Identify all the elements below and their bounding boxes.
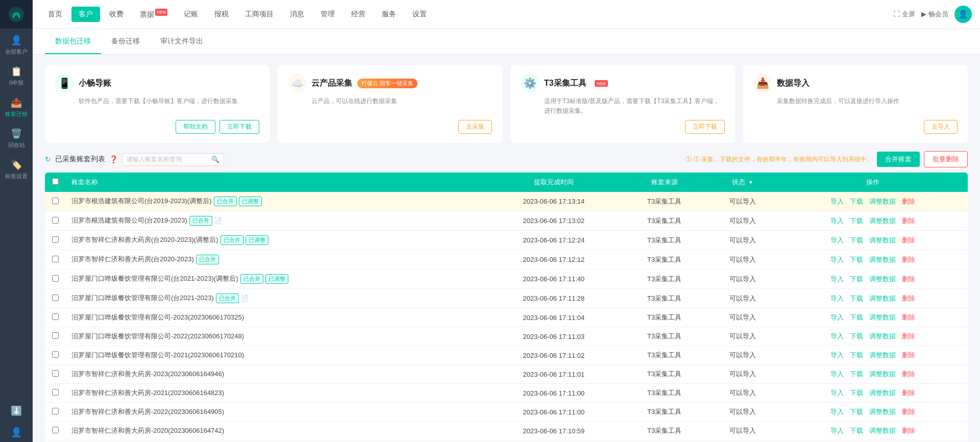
action-调整数据[interactable]: 调整数据 xyxy=(866,332,899,340)
action-下载[interactable]: 下载 xyxy=(847,332,866,340)
action-导入[interactable]: 导入 xyxy=(827,256,847,263)
action-下载[interactable]: 下载 xyxy=(847,236,866,244)
action-下载[interactable]: 下载 xyxy=(847,408,866,415)
action-删除[interactable]: 删除 xyxy=(899,198,918,205)
action-调整数据[interactable]: 调整数据 xyxy=(866,198,899,205)
action-删除[interactable]: 删除 xyxy=(899,389,918,397)
fullscreen-btn[interactable]: ⛶ 全屏 xyxy=(893,10,915,19)
row-checkbox[interactable] xyxy=(52,427,59,433)
filter-icon[interactable]: ▼ xyxy=(748,179,753,185)
download-now-btn[interactable]: 立即下载 xyxy=(219,120,259,134)
action-删除[interactable]: 删除 xyxy=(899,236,918,244)
sidebar-item-tag-settings[interactable]: 🏷️ 标签设置 xyxy=(0,153,33,184)
member-btn[interactable]: ▶ 畅会员 xyxy=(921,10,948,19)
nav-business[interactable]: 工商项目 xyxy=(238,7,281,22)
action-下载[interactable]: 下载 xyxy=(847,351,866,359)
batch-delete-btn[interactable]: 批量删除 xyxy=(924,151,968,167)
action-下载[interactable]: 下载 xyxy=(847,256,866,263)
action-导入[interactable]: 导入 xyxy=(827,427,847,434)
tab-data-migration[interactable]: 数据包迁移 xyxy=(45,29,101,54)
action-导入[interactable]: 导入 xyxy=(827,408,847,415)
action-调整数据[interactable]: 调整数据 xyxy=(866,408,899,415)
action-导入[interactable]: 导入 xyxy=(827,332,847,340)
action-调整数据[interactable]: 调整数据 xyxy=(866,217,899,225)
action-下载[interactable]: 下载 xyxy=(847,217,866,225)
search-input[interactable] xyxy=(127,156,208,163)
action-删除[interactable]: 删除 xyxy=(899,351,918,359)
action-删除[interactable]: 删除 xyxy=(899,370,918,378)
action-调整数据[interactable]: 调整数据 xyxy=(866,389,899,397)
action-下载[interactable]: 下载 xyxy=(847,427,866,434)
nav-invoices[interactable]: 票据new xyxy=(133,6,175,22)
sidebar-item-account-migration[interactable]: 📤 账套迁移 xyxy=(0,91,33,122)
nav-operations[interactable]: 经营 xyxy=(344,7,373,22)
sidebar-item-zero-report[interactable]: 📋 0申报 xyxy=(0,60,33,91)
sidebar-item-recycle[interactable]: 🗑️ 回收站 xyxy=(0,122,33,153)
select-all-checkbox[interactable] xyxy=(52,178,59,185)
action-下载[interactable]: 下载 xyxy=(847,389,866,397)
nav-management[interactable]: 管理 xyxy=(313,7,342,22)
action-删除[interactable]: 删除 xyxy=(899,332,918,340)
go-collect-btn[interactable]: 去采集 xyxy=(458,120,492,134)
nav-settings[interactable]: 设置 xyxy=(405,7,434,22)
row-checkbox[interactable] xyxy=(52,370,59,377)
action-导入[interactable]: 导入 xyxy=(827,198,847,205)
row-checkbox[interactable] xyxy=(52,236,59,243)
nav-fees[interactable]: 收费 xyxy=(102,7,131,22)
merge-btn[interactable]: 合并账套 xyxy=(877,152,920,167)
nav-home[interactable]: 首页 xyxy=(41,7,69,22)
action-调整数据[interactable]: 调整数据 xyxy=(866,370,899,378)
action-导入[interactable]: 导入 xyxy=(827,217,847,225)
action-下载[interactable]: 下载 xyxy=(847,370,866,378)
action-导入[interactable]: 导入 xyxy=(827,313,847,321)
sidebar-item-download[interactable]: ⬇️ xyxy=(11,399,22,421)
nav-services[interactable]: 服务 xyxy=(375,7,403,22)
tab-audit-export[interactable]: 审计文件导出 xyxy=(150,29,213,54)
sidebar-item-all-clients[interactable]: 👤 全部客户 xyxy=(0,29,33,60)
row-checkbox[interactable] xyxy=(52,351,59,358)
row-checkbox[interactable] xyxy=(52,313,59,320)
row-checkbox[interactable] xyxy=(52,408,59,414)
row-checkbox[interactable] xyxy=(52,198,59,204)
action-删除[interactable]: 删除 xyxy=(899,256,918,263)
action-删除[interactable]: 删除 xyxy=(899,275,918,283)
row-checkbox[interactable] xyxy=(52,275,59,282)
action-调整数据[interactable]: 调整数据 xyxy=(866,236,899,244)
refresh-icon[interactable]: ↻ xyxy=(45,155,51,163)
nav-bookkeeping[interactable]: 记账 xyxy=(177,7,205,22)
action-删除[interactable]: 删除 xyxy=(899,313,918,321)
avatar[interactable]: 👤 xyxy=(954,6,972,23)
row-checkbox[interactable] xyxy=(52,332,59,339)
action-调整数据[interactable]: 调整数据 xyxy=(866,313,899,321)
action-删除[interactable]: 删除 xyxy=(899,217,918,225)
action-调整数据[interactable]: 调整数据 xyxy=(866,351,899,359)
download-t3-btn[interactable]: 立即下载 xyxy=(685,120,725,134)
search-icon[interactable]: 🔍 xyxy=(211,156,219,163)
action-调整数据[interactable]: 调整数据 xyxy=(866,275,899,283)
action-删除[interactable]: 删除 xyxy=(899,408,918,415)
help-icon[interactable]: ❓ xyxy=(109,155,118,163)
row-checkbox[interactable] xyxy=(52,294,59,301)
action-下载[interactable]: 下载 xyxy=(847,198,866,205)
action-导入[interactable]: 导入 xyxy=(827,294,847,302)
nav-clients[interactable]: 客户 xyxy=(71,7,100,22)
action-调整数据[interactable]: 调整数据 xyxy=(866,256,899,263)
action-删除[interactable]: 删除 xyxy=(899,427,918,434)
nav-messages[interactable]: 消息 xyxy=(283,7,311,22)
action-下载[interactable]: 下载 xyxy=(847,313,866,321)
go-import-btn[interactable]: 去导入 xyxy=(924,120,958,134)
file-icon[interactable]: 📄 xyxy=(214,217,222,224)
help-doc-btn[interactable]: 帮助文档 xyxy=(176,120,215,134)
action-导入[interactable]: 导入 xyxy=(827,370,847,378)
sidebar-item-profile[interactable]: 👤 xyxy=(11,421,22,442)
action-下载[interactable]: 下载 xyxy=(847,275,866,283)
action-导入[interactable]: 导入 xyxy=(827,351,847,359)
action-导入[interactable]: 导入 xyxy=(827,275,847,283)
row-checkbox[interactable] xyxy=(52,217,59,224)
action-导入[interactable]: 导入 xyxy=(827,236,847,244)
row-checkbox[interactable] xyxy=(52,389,59,396)
action-导入[interactable]: 导入 xyxy=(827,389,847,397)
action-删除[interactable]: 删除 xyxy=(899,294,918,302)
tab-backup-migration[interactable]: 备份迁移 xyxy=(101,29,150,54)
action-调整数据[interactable]: 调整数据 xyxy=(866,427,899,434)
